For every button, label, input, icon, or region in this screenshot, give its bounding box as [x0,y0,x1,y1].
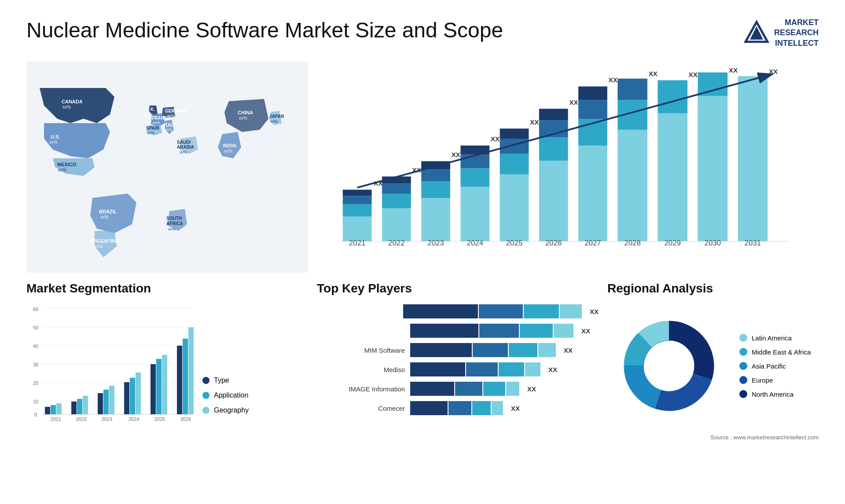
player-row-image: IMAGE Information XX [317,382,599,396]
svg-rect-122 [124,382,129,414]
svg-text:U.S.: U.S. [51,134,60,139]
svg-text:xx%: xx% [270,119,278,124]
svg-text:xx%: xx% [167,113,175,118]
world-map-svg: CANADA xx% U.S. xx% MEXICO xx% BRAZIL xx… [26,62,308,273]
header: Nuclear Medicine Software Market Size an… [26,18,819,48]
svg-rect-110 [45,407,50,414]
legend-application: Application [202,391,249,399]
legend-north-america: North America [739,390,811,398]
svg-text:2023: 2023 [102,416,112,422]
svg-rect-124 [136,373,141,414]
svg-rect-42 [382,194,411,208]
svg-rect-38 [343,190,372,196]
player-name-image: IMAGE Information [317,385,405,393]
svg-rect-115 [77,399,82,414]
page: Nuclear Medicine Software Market Size an… [0,0,845,504]
regional-legend: Latin America Middle East & Africa Asia … [739,334,811,398]
svg-rect-49 [421,170,450,182]
player-row-mediso: Mediso XX [317,362,599,376]
svg-text:2023: 2023 [427,239,444,247]
svg-text:2025: 2025 [154,416,165,422]
player-row-mim: MIM Software XX [317,343,599,357]
svg-rect-62 [500,129,529,139]
svg-text:2031: 2031 [745,239,761,247]
svg-text:xx%: xx% [100,215,109,219]
svg-text:CHINA: CHINA [238,110,253,115]
svg-text:INDIA: INDIA [223,143,236,148]
player-name-comecer: Comecer [317,405,405,412]
svg-rect-43 [382,183,411,194]
svg-rect-82 [658,113,687,241]
svg-text:10: 10 [33,399,38,404]
svg-text:xx%: xx% [153,121,160,125]
svg-rect-60 [500,154,529,175]
svg-text:40: 40 [33,343,38,349]
svg-text:MEXICO: MEXICO [57,162,77,167]
player-label-1: XX [590,308,599,315]
player-row-2: XX [317,324,599,338]
svg-rect-55 [460,155,489,168]
svg-rect-48 [421,182,450,198]
svg-rect-54 [460,168,489,187]
legend-europe: Europe [739,376,811,384]
svg-text:xx%: xx% [49,140,58,145]
svg-rect-65 [539,161,568,241]
svg-rect-77 [617,130,647,241]
svg-text:XX: XX [729,66,738,74]
svg-text:2026: 2026 [545,239,562,247]
svg-text:xx%: xx% [224,149,232,153]
player-name-mim: MIM Software [317,347,405,354]
svg-rect-127 [156,359,162,414]
svg-text:XX: XX [689,71,698,78]
svg-text:2026: 2026 [180,416,191,422]
svg-text:XX: XX [649,70,658,77]
svg-text:2027: 2027 [584,239,601,247]
logo-icon [743,20,770,46]
svg-text:XX: XX [491,135,500,143]
player-row-1: XX [317,304,599,318]
svg-rect-123 [130,378,135,414]
svg-text:20: 20 [33,380,38,386]
svg-rect-73 [578,100,607,119]
svg-rect-86 [698,96,727,241]
svg-rect-90 [738,76,768,241]
svg-rect-120 [109,386,114,414]
svg-text:2024: 2024 [129,416,139,422]
legend-middle-east: Middle East & Africa [739,348,811,356]
svg-text:AFRICA: AFRICA [166,221,183,226]
svg-rect-126 [151,364,156,414]
svg-text:xx%: xx% [165,128,172,132]
segmentation-title: Market Segmentation [26,281,308,296]
segmentation-section: Market Segmentation 60 50 40 30 20 10 0 [26,281,308,427]
svg-text:2021: 2021 [51,416,61,422]
svg-text:SAUDI: SAUDI [177,140,191,145]
svg-rect-79 [617,79,647,100]
player-row-comecer: Comecer XX [317,401,599,415]
player-label-mediso: XX [548,366,557,373]
legend-latin-america: Latin America [739,334,811,342]
svg-text:2028: 2028 [624,239,641,247]
svg-text:xx%: xx% [168,227,176,231]
svg-text:xx%: xx% [58,168,66,172]
svg-text:xx%: xx% [62,105,71,110]
svg-text:BRAZIL: BRAZIL [99,209,117,214]
legend-circle-europe [739,376,747,384]
svg-text:CANADA: CANADA [62,99,83,104]
svg-rect-66 [539,137,568,161]
legend-circle-na [739,390,747,398]
legend-geography: Geography [202,406,249,414]
svg-rect-47 [421,198,450,241]
svg-rect-41 [382,208,411,241]
legend-circle-mea [739,348,747,356]
bottom-grid: Market Segmentation 60 50 40 30 20 10 0 [26,281,819,427]
svg-text:2024: 2024 [467,239,484,247]
svg-point-140 [644,341,694,391]
source-text: Source : www.marketresearchintellect.com [26,434,819,441]
player-label-image: XX [527,385,536,393]
svg-rect-118 [98,393,103,414]
svg-text:xx%: xx% [95,244,103,249]
svg-rect-37 [343,196,372,205]
legend-dot-geography [202,407,209,414]
svg-text:GERMANY: GERMANY [165,109,187,113]
svg-rect-116 [83,396,88,414]
